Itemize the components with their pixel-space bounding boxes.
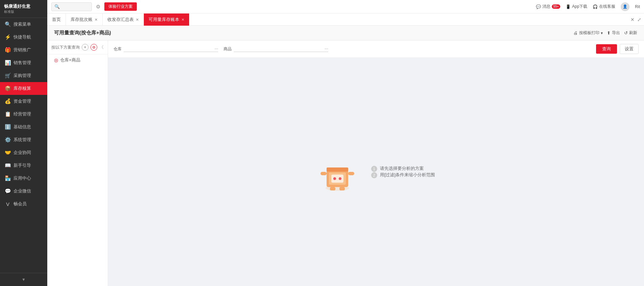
app-download-item[interactable]: 📱 App下载: [566, 4, 587, 9]
tab-库存批次账[interactable]: 库存批次账✕: [66, 14, 103, 26]
print-btn[interactable]: 🖨 按模板打印 ▾: [573, 30, 603, 36]
sidebar-item-营销推广[interactable]: 🎁营销推广: [0, 44, 47, 56]
sidebar-item-label: 基础信息: [14, 124, 31, 130]
topbar-search-box[interactable]: 🔍: [51, 2, 92, 11]
print-dropdown-icon[interactable]: ▾: [601, 31, 603, 35]
goods-field: 商品 ···: [224, 46, 328, 52]
sidebar-icon: 📋: [5, 111, 11, 117]
hint-item: 1请先选择要分析的方案: [371, 165, 435, 172]
tab-label: 可用量库存账本: [149, 17, 179, 23]
goods-input[interactable]: [234, 46, 323, 51]
sidebar-icon: 📖: [5, 162, 11, 168]
filter-item-仓库+商品[interactable]: ◎仓库+商品: [47, 54, 108, 66]
tabs-bar: 首页库存批次账✕收发存汇总表✕可用量库存账本✕ ✕ ⤢: [47, 14, 644, 26]
tab-label: 库存批次账: [71, 17, 93, 23]
hint-text: 用[过滤]条件来缩小分析范围: [380, 172, 435, 178]
query-btn[interactable]: 查询: [596, 44, 617, 54]
svg-point-5: [339, 177, 341, 180]
filter-header-label: 按以下方案查询: [51, 45, 80, 50]
export-btn[interactable]: ⬆ 导出: [607, 30, 620, 36]
message-item[interactable]: 💬 消息 99+: [536, 4, 560, 9]
sidebar-item-销售管理[interactable]: 📊销售管理: [0, 56, 47, 69]
page-header-actions: 🖨 按模板打印 ▾ ⬆ 导出 ↺ 刷新: [573, 30, 637, 36]
sidebar-item-企业协同[interactable]: 🤝企业协同: [0, 146, 47, 159]
sidebar-icon: 🎁: [5, 47, 11, 53]
tab-首页[interactable]: 首页: [47, 14, 66, 26]
sidebar-icon: 📊: [5, 60, 11, 66]
filter-panel: 按以下方案查询 + ⚙ 《 ◎仓库+商品: [47, 41, 108, 286]
sidebar-icon: 🤝: [5, 150, 11, 156]
sidebar-icon: ⚙️: [5, 137, 11, 143]
goods-label: 商品: [224, 46, 232, 52]
sidebar-icon: 🛒: [5, 73, 11, 79]
tab-close-btn[interactable]: ✕: [181, 18, 184, 22]
close-tab-btn[interactable]: ✕: [630, 17, 635, 22]
warehouse-input-wrapper: ···: [124, 46, 218, 52]
mobile-icon: 📱: [566, 4, 571, 9]
sidebar-item-库存核算[interactable]: 📦库存核算: [0, 82, 47, 95]
export-icon: ⬆: [607, 30, 611, 35]
topbar: 🔍 ⚙ 体验行业方案 💬 消息 99+ 📱 App下载 🎧 在线客服 👤 Rit: [47, 0, 644, 14]
sidebar-item-label: 快捷导航: [14, 34, 31, 40]
sidebar-item-新手引导[interactable]: 📖新手引导: [0, 159, 47, 172]
tabs-actions: ✕ ⤢: [630, 17, 644, 22]
sidebar-item-资金管理[interactable]: 💰资金管理: [0, 95, 47, 108]
sidebar-bottom: ▼: [0, 273, 47, 286]
sidebar-icon: 🔍: [5, 21, 11, 27]
headset-icon: 🎧: [593, 4, 598, 9]
content-area: 按以下方案查询 + ⚙ 《 ◎仓库+商品 仓库 ···: [47, 41, 644, 286]
maximize-tab-btn[interactable]: ⤢: [637, 17, 641, 22]
sidebar-item-畅会员[interactable]: V畅会员: [0, 198, 47, 210]
tab-close-btn[interactable]: ✕: [95, 18, 98, 22]
online-service-item[interactable]: 🎧 在线客服: [593, 4, 615, 9]
refresh-label: 刷新: [629, 30, 637, 36]
filter-settings-btn[interactable]: ⚙: [91, 44, 97, 51]
filter-collapse-btn[interactable]: 《: [99, 44, 104, 50]
sidebar-item-label: 畅会员: [14, 201, 27, 207]
sidebar-item-经营管理[interactable]: 📋经营管理: [0, 108, 47, 121]
sidebar-icon: 💰: [5, 98, 11, 104]
warehouse-label: 仓库: [113, 46, 122, 52]
sidebar-icon: 🏪: [5, 175, 11, 181]
trial-btn[interactable]: 体验行业方案: [104, 2, 137, 11]
warehouse-input[interactable]: [124, 46, 213, 51]
app-edition: 标准版: [4, 9, 43, 14]
tab-可用量库存账本[interactable]: 可用量库存账本✕: [144, 14, 189, 26]
sidebar-item-企业微信[interactable]: 💬企业微信: [0, 185, 47, 198]
main-content: 仓库 ··· 商品 ··· 查询 设置: [108, 41, 644, 286]
goods-dots-btn[interactable]: ···: [325, 46, 328, 51]
sidebar-item-label: 资金管理: [14, 98, 31, 104]
settings-btn[interactable]: 设置: [620, 44, 639, 54]
sidebar-item-label: 新手引导: [14, 162, 31, 168]
refresh-icon: ↺: [624, 30, 628, 35]
sidebar-scroll-down[interactable]: ▼: [0, 276, 47, 283]
gear-icon[interactable]: ⚙: [95, 4, 102, 10]
online-service-label: 在线客服: [599, 4, 615, 9]
main-area: 🔍 ⚙ 体验行业方案 💬 消息 99+ 📱 App下载 🎧 在线客服 👤 Rit: [47, 0, 644, 286]
app-name: 畅康通好生意: [4, 3, 43, 9]
tab-close-btn[interactable]: ✕: [136, 18, 139, 22]
sidebar-scroll: 🔍搜索菜单⚡快捷导航🎁营销推广📊销售管理🛒采购管理📦库存核算💰资金管理📋经营管理…: [0, 18, 47, 273]
svg-point-4: [333, 177, 336, 180]
topbar-right: 💬 消息 99+ 📱 App下载 🎧 在线客服 👤 Rit: [536, 2, 640, 11]
sidebar-item-系统管理[interactable]: ⚙️系统管理: [0, 133, 47, 146]
filter-add-btn[interactable]: +: [82, 44, 88, 51]
avatar: 👤: [621, 2, 629, 11]
warehouse-dots-btn[interactable]: ···: [214, 46, 218, 51]
print-icon: 🖨: [573, 30, 578, 35]
sidebar-item-快捷导航[interactable]: ⚡快捷导航: [0, 31, 47, 44]
filter-actions-right: 查询 设置: [596, 44, 639, 54]
print-label: 按模板打印: [579, 30, 599, 36]
sidebar-logo: 畅康通好生意 标准版: [0, 0, 47, 18]
search-icon: 🔍: [54, 4, 60, 9]
page-header: 可用量查询(按仓库+商品) 🖨 按模板打印 ▾ ⬆ 导出 ↺ 刷新: [47, 26, 644, 41]
sidebar-item-采购管理[interactable]: 🛒采购管理: [0, 69, 47, 82]
goods-input-wrapper: ···: [234, 46, 328, 52]
sidebar-item-搜索菜单[interactable]: 🔍搜索菜单: [0, 18, 47, 31]
refresh-btn[interactable]: ↺ 刷新: [624, 30, 637, 36]
username[interactable]: Rit: [635, 4, 640, 9]
tab-收发存汇总表[interactable]: 收发存汇总表✕: [103, 14, 144, 26]
hint-item: 2用[过滤]条件来缩小分析范围: [371, 172, 435, 178]
sidebar-item-应用中心[interactable]: 🏪应用中心: [0, 172, 47, 185]
sidebar-item-基础信息[interactable]: ℹ️基础信息: [0, 121, 47, 133]
